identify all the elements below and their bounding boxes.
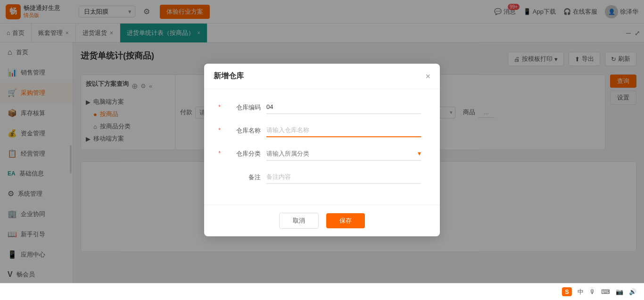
form-row-code: 仓库编码 (223, 100, 421, 114)
form-row-name: 仓库名称 (223, 124, 421, 137)
form-note-label: 备注 (223, 173, 261, 182)
form-name-label: 仓库名称 (223, 126, 261, 135)
modal-close-button[interactable]: × (425, 72, 430, 81)
form-row-note: 备注 (223, 170, 421, 184)
category-dropdown-icon: ▾ (418, 150, 421, 157)
cancel-button[interactable]: 取消 (279, 213, 319, 229)
form-code-label: 仓库编码 (223, 103, 261, 112)
modal-body: 仓库编码 仓库名称 仓库分类 ▾ 备注 (204, 89, 440, 205)
new-warehouse-modal: 新增仓库 × 仓库编码 仓库名称 仓库分类 ▾ (204, 64, 440, 236)
form-category-select[interactable]: ▾ (266, 147, 421, 161)
form-category-label: 仓库分类 (223, 150, 261, 158)
category-input[interactable] (266, 150, 418, 157)
form-row-category: 仓库分类 ▾ (223, 147, 421, 161)
warehouse-code-input[interactable] (266, 100, 421, 114)
bottom-keyboard-icon[interactable]: ⌨ (601, 288, 610, 295)
warehouse-note-input[interactable] (266, 170, 421, 184)
bottom-camera-icon[interactable]: 📷 (616, 288, 623, 295)
s-logo: S (562, 287, 572, 296)
bottom-speaker-icon[interactable]: 🔊 (629, 288, 636, 295)
warehouse-name-input[interactable] (266, 124, 421, 137)
modal-header: 新增仓库 × (204, 64, 440, 89)
modal-overlay: 新增仓库 × 仓库编码 仓库名称 仓库分类 ▾ (0, 0, 644, 300)
bottom-mic-icon[interactable]: 🎙 (589, 288, 595, 295)
bottom-chinese-icon[interactable]: 中 (578, 288, 584, 296)
modal-footer: 取消 保存 (204, 205, 440, 236)
save-button[interactable]: 保存 (326, 213, 365, 228)
modal-title: 新增仓库 (214, 71, 244, 81)
bottom-bar: S 中 🎙 ⌨ 📷 🔊 (0, 283, 644, 300)
